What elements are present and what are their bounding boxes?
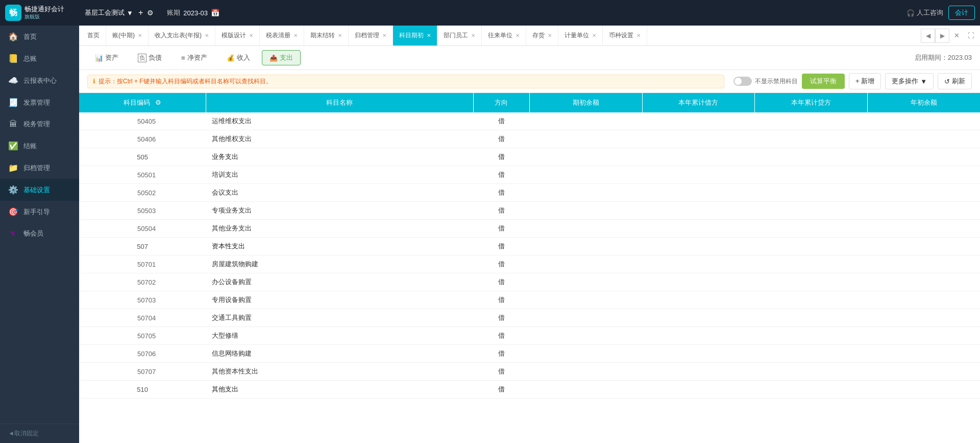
more-ops-btn[interactable]: 更多操作 ▼ — [885, 73, 934, 89]
table-row[interactable]: 50406其他维权支出借 — [79, 130, 980, 148]
table-row[interactable]: 50707其他资本性支出借 — [79, 363, 980, 381]
cell-initial — [530, 238, 643, 255]
period-area: 账期 2023-03 📅 — [167, 8, 219, 17]
cat-income-btn[interactable]: 💰 收入 — [219, 50, 258, 65]
tab-archive[interactable]: 归档管理 ✕ — [349, 26, 393, 46]
cat-liability-btn[interactable]: 负 负债 — [130, 50, 169, 65]
sidebar-item-home[interactable]: 🏠 首页 — [0, 26, 79, 48]
tab-prev-btn[interactable]: ◀ — [921, 29, 935, 43]
tab-dept[interactable]: 部门员工 ✕ — [437, 26, 482, 46]
tab-close-dept[interactable]: ✕ — [471, 33, 475, 38]
subject-table: 科目编码 ⚙ 科目名称 方向 期初余额 本年累计借方 本年累计贷方 年初余额 5… — [79, 93, 980, 399]
tab-maximize-btn[interactable]: ⛶ — [964, 29, 978, 43]
top-header: 畅 畅捷通好会计 旗舰版 基层工会测试 ▼ + ⚙ 账期 2023-03 📅 🎧… — [0, 0, 980, 26]
table-row[interactable]: 50504其他业务支出借 — [79, 220, 980, 238]
table-row[interactable]: 50701房屋建筑物购建借 — [79, 255, 980, 273]
add-btn[interactable]: + 新增 — [849, 73, 881, 89]
cat-equity-btn[interactable]: ≡ 净资产 — [174, 50, 215, 65]
tab-close-archive[interactable]: ✕ — [382, 33, 386, 38]
cell-name: 专项业务支出 — [206, 202, 473, 220]
tax-icon: 🏛 — [8, 120, 18, 129]
tab-close-tax[interactable]: ✕ — [293, 33, 298, 38]
tab-next-btn[interactable]: ▶ — [935, 29, 949, 43]
settings-icon[interactable]: ⚙ — [147, 9, 154, 17]
tab-close-inventory[interactable]: ✕ — [548, 33, 552, 38]
table-row[interactable]: 50703专用设备购置借 — [79, 291, 980, 309]
tab-close-currency[interactable]: ✕ — [636, 33, 641, 38]
cell-ytd-debit — [642, 327, 755, 345]
tab-close-all-btn[interactable]: ✕ — [949, 29, 964, 43]
sidebar-label-guide: 新手引导 — [23, 207, 50, 217]
table-row[interactable]: 50503专项业务支出借 — [79, 202, 980, 220]
subject-table-container[interactable]: 科目编码 ⚙ 科目名称 方向 期初余额 本年累计借方 本年累计贷方 年初余额 5… — [79, 93, 980, 443]
tab-home[interactable]: 首页 — [81, 26, 106, 46]
table-row[interactable]: 510其他支出借 — [79, 381, 980, 399]
table-row[interactable]: 50702办公设备购置借 — [79, 273, 980, 291]
cell-ytd-credit — [755, 309, 868, 327]
add-company-icon[interactable]: + — [138, 8, 143, 17]
table-row[interactable]: 507资本性支出借 — [79, 238, 980, 255]
tab-annual-report[interactable]: 收入支出表(年报) ✕ — [149, 26, 215, 46]
col-settings-icon[interactable]: ⚙ — [155, 99, 161, 106]
tab-close-period-end[interactable]: ✕ — [338, 33, 342, 38]
refresh-btn[interactable]: ↺ 刷新 — [938, 73, 972, 89]
cell-name: 业务支出 — [206, 148, 473, 166]
tab-bar: 首页 账(中期) ✕ 收入支出表(年报) ✕ 模版设计 ✕ 税表清册 ✕ 期末结… — [79, 26, 980, 46]
table-row[interactable]: 50405运维维权支出借 — [79, 112, 980, 130]
sidebar-item-ledger[interactable]: 📒 总账 — [0, 48, 79, 69]
table-row[interactable]: 50501培训支出借 — [79, 166, 980, 184]
archive-icon: 📁 — [8, 163, 18, 173]
table-row[interactable]: 50705大型修缮借 — [79, 327, 980, 345]
tab-tax-table[interactable]: 税表清册 ✕ — [260, 26, 304, 46]
col-initial: 期初余额 — [530, 93, 643, 112]
table-row[interactable]: 505业务支出借 — [79, 148, 980, 166]
expense-icon: 📤 — [270, 54, 278, 62]
cell-initial — [530, 166, 643, 184]
tab-subject-initial[interactable]: 科目期初 ✕ — [393, 26, 437, 46]
company-selector[interactable]: 基层工会测试 ▼ + ⚙ — [81, 6, 158, 19]
sidebar-item-reports[interactable]: ☁️ 云报表中心 — [0, 69, 79, 91]
tab-unit[interactable]: 计量单位 ✕ — [558, 26, 603, 46]
tab-period[interactable]: 账(中期) ✕ — [106, 26, 149, 46]
tab-close-period[interactable]: ✕ — [138, 33, 142, 38]
table-row[interactable]: 50706信息网络购建借 — [79, 345, 980, 363]
cell-name: 其他支出 — [206, 381, 473, 399]
cell-direction: 借 — [473, 381, 529, 399]
cell-code: 50706 — [79, 345, 206, 363]
company-name: 基层工会测试 — [85, 8, 125, 17]
sidebar-pin-toggle[interactable]: ◄取消固定 — [0, 424, 79, 443]
sidebar-item-close[interactable]: ✅ 结账 — [0, 135, 79, 157]
tab-close-counterpart[interactable]: ✕ — [516, 33, 520, 38]
tab-close-template[interactable]: ✕ — [249, 33, 253, 38]
cell-name: 办公设备购置 — [206, 273, 473, 291]
sidebar-item-settings[interactable]: ⚙️ 基础设置 — [0, 179, 79, 201]
sidebar-item-invoice[interactable]: 🧾 发票管理 — [0, 91, 79, 113]
tab-close-unit[interactable]: ✕ — [592, 33, 596, 38]
sidebar-item-guide[interactable]: 🎯 新手引导 — [0, 201, 79, 223]
sidebar-item-tax[interactable]: 🏛 税务管理 — [0, 113, 79, 135]
tab-counterpart[interactable]: 往来单位 ✕ — [482, 26, 526, 46]
sidebar-item-archive[interactable]: 📁 归档管理 — [0, 157, 79, 179]
headset-icon: 🎧 — [906, 9, 915, 17]
calendar-icon[interactable]: 📅 — [211, 9, 219, 17]
account-button[interactable]: 会计 — [948, 6, 975, 20]
table-row[interactable]: 50704交通工具购置借 — [79, 309, 980, 327]
settings-icon: ⚙️ — [8, 185, 18, 195]
cat-expense-btn[interactable]: 📤 支出 — [262, 50, 301, 65]
cell-name: 交通工具购置 — [206, 309, 473, 327]
cell-code: 50703 — [79, 291, 206, 309]
tab-close-annual[interactable]: ✕ — [205, 33, 209, 38]
refresh-label: 刷新 — [952, 77, 965, 86]
disable-toggle-switch[interactable] — [733, 77, 752, 86]
cat-asset-btn[interactable]: 📊 资产 — [87, 50, 126, 65]
tab-currency[interactable]: 币种设置 ✕ — [603, 26, 647, 46]
tab-template[interactable]: 模版设计 ✕ — [215, 26, 260, 46]
cell-initial — [530, 381, 643, 399]
ai-consult-btn[interactable]: 🎧 人工咨询 — [906, 8, 943, 17]
table-row[interactable]: 50502会议支出借 — [79, 184, 980, 202]
tab-inventory[interactable]: 存货 ✕ — [526, 26, 558, 46]
calc-balance-btn[interactable]: 试算平衡 — [802, 74, 845, 89]
tab-close-subject[interactable]: ✕ — [427, 33, 431, 38]
tab-period-end[interactable]: 期末结转 ✕ — [304, 26, 349, 46]
sidebar-item-member[interactable]: V 畅会员 — [0, 223, 79, 244]
